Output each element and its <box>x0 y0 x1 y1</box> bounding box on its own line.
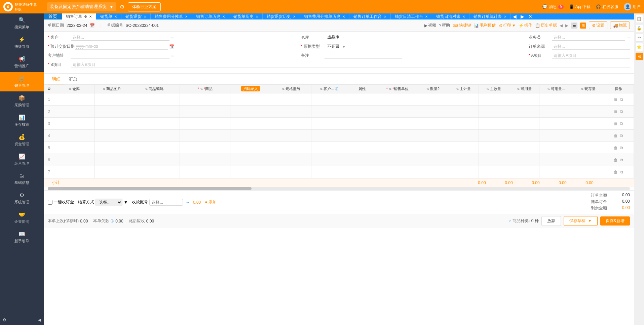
column-settings-icon[interactable]: ⚙ <box>47 87 51 91</box>
sort-icon9[interactable]: ⇅ <box>456 87 459 91</box>
row-warehouse-cell[interactable] <box>54 93 95 106</box>
close-tab-cost[interactable]: ✕ <box>185 15 188 18</box>
row-stock-cell[interactable] <box>573 106 603 118</box>
row-warehouse-cell[interactable] <box>54 154 95 166</box>
row-main-qty-cell[interactable] <box>479 93 509 106</box>
row-spec-cell[interactable] <box>271 166 311 178</box>
row-warehouse-cell[interactable] <box>54 130 95 142</box>
row-qty2-cell[interactable] <box>418 130 448 142</box>
row-available2-cell[interactable] <box>539 166 573 178</box>
sort-icon5[interactable]: ⇅ <box>282 87 285 91</box>
row-code-cell[interactable] <box>129 93 180 106</box>
sidebar-item-basic[interactable]: 🗂 基础信息 <box>0 169 44 189</box>
tab-close-all-button[interactable]: ✕ <box>526 13 534 19</box>
sort-icon7[interactable]: ⇅ <box>389 87 391 91</box>
row-warehouse-cell[interactable] <box>54 118 95 130</box>
sort-icon13[interactable]: ⇅ <box>581 87 583 91</box>
row-available-cell[interactable] <box>509 118 539 130</box>
delete-row-icon[interactable]: 🗑 <box>614 146 618 150</box>
account-input[interactable] <box>149 199 183 206</box>
row-attr-cell[interactable] <box>347 118 377 130</box>
row-stock-cell[interactable] <box>573 142 603 154</box>
row-spec-cell[interactable] <box>271 142 311 154</box>
pager-prev[interactable]: ◀ <box>560 23 563 28</box>
row-qty2-cell[interactable] <box>418 142 448 154</box>
row-warehouse-cell[interactable] <box>54 166 95 178</box>
close-tab-cf[interactable]: ✕ <box>425 15 428 18</box>
info-icon2[interactable]: ⓘ <box>111 219 114 224</box>
address-input[interactable] <box>71 52 169 59</box>
tab-stats[interactable]: 销售订单统计表 ✕ <box>469 13 511 19</box>
row-main-qty-cell[interactable] <box>479 154 509 166</box>
row-spec-cell[interactable] <box>271 118 311 130</box>
row-main-qty-cell[interactable] <box>479 130 509 142</box>
row-available-cell[interactable] <box>509 93 539 106</box>
row-code-cell[interactable] <box>129 106 180 118</box>
row-main-unit-cell[interactable] <box>448 118 479 130</box>
row-available2-cell[interactable] <box>539 106 573 118</box>
close-tab-rec[interactable]: ✕ <box>462 15 465 18</box>
tab-sales-order[interactable]: 销售订单 ⚙ ✕ <box>62 13 96 19</box>
row-product-cell[interactable] <box>180 118 230 130</box>
delete-row-icon[interactable]: 🗑 <box>614 97 618 102</box>
right-panel-clipboard[interactable]: 📋 <box>635 15 643 23</box>
row-main-unit-cell[interactable] <box>448 154 479 166</box>
remark-input[interactable] <box>325 52 402 59</box>
copy-row-icon[interactable]: ⧉ <box>620 170 623 174</box>
row-available2-cell[interactable] <box>539 154 573 166</box>
shortcut-button[interactable]: ⌨ 快捷键 <box>453 23 471 28</box>
row-attr-cell[interactable] <box>347 93 377 106</box>
row-stock-cell[interactable] <box>573 166 603 178</box>
row-product-cell[interactable] <box>180 106 230 118</box>
close-tab-cost-hist[interactable]: ✕ <box>342 15 345 18</box>
history-button[interactable]: 📋 历史单据 <box>535 23 557 28</box>
tab-summary[interactable]: 汇总 <box>65 75 81 84</box>
row-stock-cell[interactable] <box>573 118 603 130</box>
row-qty2-cell[interactable] <box>418 154 448 166</box>
row-customer-code-cell[interactable] <box>311 93 347 106</box>
sort-icon[interactable]: ⇅ <box>69 87 71 91</box>
row-available-cell[interactable] <box>509 166 539 178</box>
row-customer-code-cell[interactable] <box>311 154 347 166</box>
row-attr-cell[interactable] <box>347 130 377 142</box>
sort-icon10[interactable]: ⇅ <box>486 87 489 91</box>
row-unit-cell[interactable] <box>377 118 418 130</box>
row-unit-cell[interactable] <box>377 166 418 178</box>
row-spec-cell[interactable] <box>271 130 311 142</box>
staff-more-icon[interactable]: ··· <box>627 35 630 40</box>
tab-cost-history[interactable]: 销售费用分摊单历史 ✕ <box>300 13 349 19</box>
tab-prev-button[interactable]: ◀ <box>511 13 519 19</box>
view-button[interactable]: ▶ 视频 <box>424 23 436 28</box>
tab-return[interactable]: 销货退货 ✕ <box>121 13 151 19</box>
tab-cashflow[interactable]: 钱货日清工作台 ✕ <box>391 13 432 19</box>
right-panel-star[interactable]: ⭐ <box>635 43 643 51</box>
row-main-qty-cell[interactable] <box>479 106 509 118</box>
sort-icon4[interactable]: ⇅ <box>200 87 203 91</box>
row-available2-cell[interactable] <box>539 142 573 154</box>
row-warehouse-cell[interactable] <box>54 142 95 154</box>
delete-row-icon[interactable]: 🗑 <box>614 170 618 174</box>
sidebar-item-inventory[interactable]: 📊 库存核算 <box>0 111 44 130</box>
add-settlement-button[interactable]: ● 添加 <box>205 199 217 205</box>
row-product-cell[interactable] <box>180 154 230 166</box>
settings-button[interactable]: ⚙ 设置 <box>589 22 607 29</box>
sort-icon11[interactable]: ⇅ <box>517 87 520 91</box>
order-source-input[interactable] <box>552 43 630 50</box>
sidebar-item-sales[interactable]: 🛒 销售管理 <box>0 72 44 91</box>
row-code-cell[interactable] <box>129 130 180 142</box>
sidebar-item-enterprise[interactable]: 🤝 企业协同 <box>0 208 44 228</box>
tab-detail[interactable]: 明细 <box>48 75 65 84</box>
customer-more-icon[interactable]: ··· <box>171 35 174 40</box>
warehouse-more-icon[interactable]: ··· <box>343 35 347 40</box>
row-stock-cell[interactable] <box>573 154 603 166</box>
save-draft-button[interactable]: 保存草稿 ▼ <box>564 216 598 226</box>
online-service-button[interactable]: 🎧 在线客服 <box>596 4 618 10</box>
row-main-unit-cell[interactable] <box>448 130 479 142</box>
copy-row-icon[interactable]: ⧉ <box>620 146 623 150</box>
sidebar-item-system[interactable]: ⚙ 系统管理 <box>0 189 44 208</box>
sidebar-item-search[interactable]: 🔍 搜索菜单 <box>0 13 44 33</box>
gear-settings-icon[interactable]: ⚙ <box>120 4 124 10</box>
calendar-icon[interactable]: 📅 <box>90 23 95 28</box>
invoice-dropdown-icon[interactable]: ▼ <box>342 44 346 49</box>
row-main-unit-cell[interactable] <box>448 142 479 154</box>
